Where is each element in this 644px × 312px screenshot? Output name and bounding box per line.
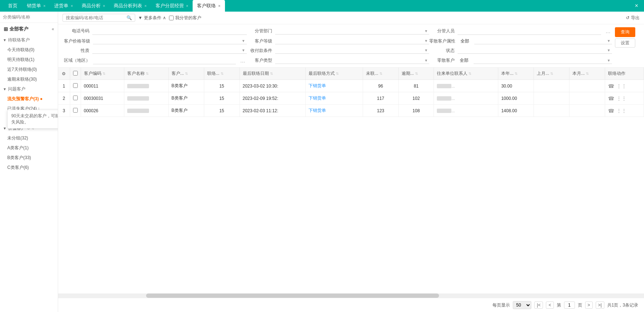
row-contact: 15 — [204, 80, 240, 92]
sidebar-item-c-class[interactable]: C类客户(6) — [0, 163, 58, 173]
contact-action-icon[interactable]: ☎ — [608, 108, 614, 114]
page-number-input[interactable] — [564, 301, 575, 309]
retail-attr-arrow-icon: ▼ — [607, 39, 611, 43]
last-contact-link[interactable]: 下销货单 — [309, 96, 326, 101]
all-customers-header[interactable]: ⊞ 全部客户 « — [0, 23, 58, 35]
sort-this-month-icon[interactable]: ⇅ — [586, 72, 589, 76]
row-checkbox[interactable] — [73, 108, 78, 113]
price-level-select[interactable]: ▼ — [93, 38, 247, 44]
close-all-button[interactable]: × — [632, 3, 641, 9]
sort-this-year-icon[interactable]: ⇅ — [515, 72, 518, 76]
payment-arrow-icon: ▼ — [424, 48, 428, 52]
sort-type-icon[interactable]: ⇅ — [185, 72, 188, 76]
th-gear[interactable]: ⚙ — [58, 68, 70, 80]
row-overdue: 102 — [398, 92, 434, 105]
query-button[interactable]: 查询 — [615, 27, 635, 37]
next-page-button[interactable]: > — [585, 301, 593, 309]
select-all-checkbox[interactable] — [73, 71, 78, 76]
sidebar-search-icon[interactable]: 🔍 — [57, 15, 58, 20]
region-input[interactable] — [93, 57, 236, 64]
sidebar-group-pending[interactable]: ▼ 待联络客户 — [0, 35, 58, 45]
row-checkbox-cell[interactable] — [70, 92, 81, 105]
nav-home[interactable]: 首页 — [3, 3, 23, 9]
contact-action-icon[interactable]: ☎ — [608, 96, 614, 101]
manager-dots-icon[interactable]: … — [604, 28, 612, 34]
first-page-button[interactable]: |< — [534, 301, 543, 309]
sidebar-item-7day-pending[interactable]: 近7天待联络(0) — [0, 65, 58, 74]
sort-contact-icon[interactable]: ⇅ — [221, 72, 224, 76]
sort-unit-contact-icon[interactable]: ⇅ — [468, 72, 471, 76]
row-this-month — [569, 80, 605, 92]
status-select[interactable]: ▼ — [458, 47, 612, 54]
more-conditions-button[interactable]: ▼ 更多条件 ∧ — [138, 15, 166, 21]
gear-icon[interactable]: ⚙ — [62, 71, 66, 76]
collapse-sidebar-icon[interactable]: « — [52, 27, 54, 32]
row-checkbox[interactable] — [73, 83, 78, 88]
export-button[interactable]: ↺ 导出 — [626, 15, 640, 21]
retail-attr-select[interactable]: ▼ — [474, 38, 612, 44]
prev-page-button[interactable]: < — [546, 301, 554, 309]
settings-button[interactable]: 设置 — [615, 39, 635, 48]
sort-name-icon[interactable]: ⇅ — [146, 72, 149, 76]
sort-last-type-icon[interactable]: ⇅ — [336, 72, 339, 76]
sidebar-item-today-pending[interactable]: 今天待联络(0) — [0, 45, 58, 55]
last-page-button[interactable]: >| — [596, 301, 604, 309]
per-page-select[interactable]: 50 20 100 — [513, 301, 531, 309]
sidebar-item-tomorrow-pending[interactable]: 明天待联络(1) — [0, 55, 58, 65]
sort-last-date-icon[interactable]: ⇅ — [270, 72, 273, 76]
close-customer-contact-tab-icon[interactable]: × — [218, 4, 220, 8]
nav-tab-analysis-list[interactable]: 商品分析列表 × — [109, 0, 151, 12]
scrollbar-thumb[interactable] — [146, 293, 439, 298]
more-action-icon[interactable]: ⋮⋮ — [616, 96, 627, 101]
last-contact-link[interactable]: 下销货单 — [309, 108, 326, 113]
nav-tab-customer-contact[interactable]: 客户联络 × — [193, 0, 225, 12]
manager-input[interactable] — [458, 27, 601, 35]
retail-select[interactable]: ▼ — [474, 57, 612, 64]
close-sales-tab-icon[interactable]: × — [43, 4, 45, 8]
th-name: 客户名称⇅ — [124, 68, 168, 80]
close-analysis-tab-icon[interactable]: × — [103, 4, 105, 8]
customer-type-select[interactable]: ▼ — [275, 57, 430, 64]
contact-action-icon[interactable]: ☎ — [608, 83, 614, 89]
sort-last-month-icon[interactable]: ⇅ — [550, 72, 553, 76]
th-this-month: 本月...⇅ — [569, 68, 605, 80]
sort-code-icon[interactable]: ⇅ — [102, 72, 105, 76]
search-bar-icon[interactable]: 🔍 — [126, 15, 132, 20]
row-checkbox-cell[interactable] — [70, 80, 81, 92]
last-contact-link[interactable]: 下销货单 — [309, 83, 326, 88]
nature-select[interactable]: ▼ — [92, 47, 247, 54]
sidebar-item-a-class[interactable]: A类客户(1) — [0, 143, 58, 153]
churn-tooltip: 90天未交易的客户，可能有流失风险。 — [7, 110, 58, 129]
row-checkbox[interactable] — [73, 96, 78, 100]
region-dots-icon[interactable]: … — [239, 58, 247, 64]
customer-type-arrow-icon: ▼ — [424, 58, 428, 62]
sort-no-contact-icon[interactable]: ⇅ — [379, 72, 382, 76]
nav-tab-customer-layer[interactable]: 客户分层经营 × — [151, 0, 193, 12]
more-action-icon[interactable]: ⋮⋮ — [616, 83, 627, 89]
close-purchase-tab-icon[interactable]: × — [71, 4, 73, 8]
customer-level-select[interactable]: ▼ — [275, 38, 430, 44]
chevron-down-icon: ∧ — [163, 15, 166, 20]
close-customer-layer-tab-icon[interactable]: × — [186, 4, 188, 8]
dept-select[interactable]: ▼ — [275, 28, 430, 35]
price-level-arrow-icon: ▼ — [242, 39, 245, 43]
sidebar-item-b-class[interactable]: B类客户(33) — [0, 153, 58, 163]
sidebar-item-churn-warning[interactable]: 流失预警客户(3) ● — [0, 94, 58, 104]
sidebar-group-problem[interactable]: ▼ 问题客户 — [0, 84, 58, 94]
sidebar-item-ungrouped[interactable]: 未分组(32) — [0, 133, 58, 143]
sidebar-search-input[interactable] — [3, 15, 57, 20]
nav-tab-purchase[interactable]: 进货单 × — [50, 0, 77, 12]
sort-overdue-icon[interactable]: ⇅ — [415, 72, 418, 76]
my-customers-checkbox-wrap[interactable]: 我分管的客户 — [169, 15, 201, 21]
horizontal-scrollbar[interactable] — [58, 293, 644, 298]
close-analysis-list-tab-icon[interactable]: × — [144, 4, 146, 8]
phone-input[interactable] — [92, 27, 247, 35]
search-input[interactable] — [66, 15, 125, 20]
my-customers-checkbox[interactable] — [169, 16, 174, 20]
row-checkbox-cell[interactable] — [70, 105, 81, 117]
sidebar-item-overdue-pending[interactable]: 逾期未联络(30) — [0, 74, 58, 84]
payment-select[interactable]: ▼ — [275, 47, 430, 54]
nav-tab-sales[interactable]: 销货单 × — [23, 0, 50, 12]
nav-tab-analysis[interactable]: 商品分析 × — [77, 0, 109, 12]
more-action-icon[interactable]: ⋮⋮ — [616, 108, 627, 114]
